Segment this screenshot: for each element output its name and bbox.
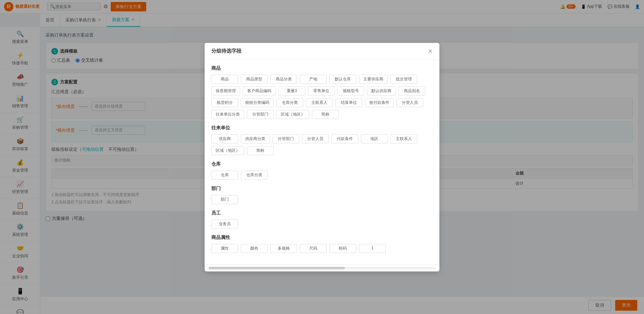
field-group-title: 商品 bbox=[211, 65, 433, 71]
field-tag[interactable]: 炼货积分 bbox=[211, 98, 238, 107]
modal-overlay[interactable]: 分组待选字段 ✕ 商品商品商品类型商品分类产地默认仓库主要供应商批次管理保质期管… bbox=[0, 0, 644, 314]
field-tag[interactable]: 颜色 bbox=[241, 244, 268, 253]
modal-header: 分组待选字段 ✕ bbox=[205, 43, 439, 60]
field-tags: 商品商品类型商品分类产地默认仓库主要供应商批次管理保质期管理客户商品编码重量3零… bbox=[211, 75, 433, 119]
field-tag[interactable]: 仓库分类 bbox=[276, 98, 303, 107]
field-tag[interactable]: 主联系人 bbox=[306, 98, 333, 107]
field-group-title: 商品属性 bbox=[211, 235, 433, 241]
field-tag[interactable]: 商品别名 bbox=[398, 86, 425, 96]
field-group-员工: 员工业务员 bbox=[211, 210, 433, 229]
field-tag[interactable]: 简称 bbox=[312, 110, 339, 119]
field-group-title: 员工 bbox=[211, 210, 433, 216]
field-tag[interactable]: 区域（地区） bbox=[211, 146, 244, 155]
field-tags: 属性颜色多规格尺码鞋码1 bbox=[211, 244, 433, 253]
field-tag[interactable]: 付款条件 bbox=[331, 134, 358, 143]
field-group-商品属性: 商品属性属性颜色多规格尺码鞋码1 bbox=[211, 235, 433, 253]
modal-scroll-bar-area bbox=[205, 264, 439, 271]
field-tag[interactable]: 产地 bbox=[300, 75, 327, 84]
field-tag[interactable]: 分管部门 bbox=[272, 134, 299, 143]
field-tag[interactable]: 主联系人 bbox=[390, 134, 417, 143]
modal-body: 商品商品商品类型商品分类产地默认仓库主要供应商批次管理保质期管理客户商品编码重量… bbox=[205, 60, 439, 264]
modal-close-button[interactable]: ✕ bbox=[428, 48, 433, 55]
field-group-title: 部门 bbox=[211, 186, 433, 192]
field-tag[interactable]: 批次管理 bbox=[390, 75, 417, 84]
field-tag[interactable]: 保质期管理 bbox=[211, 86, 240, 96]
field-tag[interactable]: 规格型号 bbox=[337, 86, 364, 96]
field-group-往来单位: 往来单位供应商供应商分类分管部门分管人员付款条件地区主联系人区域（地区）简称 bbox=[211, 125, 433, 155]
field-tag[interactable]: 零售单位 bbox=[308, 86, 335, 96]
field-tag[interactable]: 仓库分类 bbox=[241, 171, 268, 180]
field-tag[interactable]: 尺码 bbox=[300, 244, 327, 253]
field-tag[interactable]: 税收分类编码 bbox=[241, 98, 274, 107]
field-tag[interactable]: 鞋码 bbox=[329, 244, 356, 253]
field-tag[interactable]: 客户商品编码 bbox=[243, 86, 276, 96]
field-tag[interactable]: 部门 bbox=[211, 195, 238, 204]
field-tags: 供应商供应商分类分管部门分管人员付款条件地区主联系人区域（地区）简称 bbox=[211, 134, 433, 155]
field-tag[interactable]: 分管人员 bbox=[302, 134, 329, 143]
field-tag[interactable]: 重量3 bbox=[278, 86, 305, 96]
field-tag[interactable]: 分管人员 bbox=[396, 98, 423, 107]
field-tags: 部门 bbox=[211, 195, 433, 204]
field-tag[interactable]: 区域（地区） bbox=[276, 110, 309, 119]
field-tag[interactable]: 多规格 bbox=[270, 244, 297, 253]
field-tag[interactable]: 往来单位分类 bbox=[211, 110, 244, 119]
field-tag[interactable]: 简称 bbox=[247, 146, 274, 155]
field-tag[interactable]: 默认供应商 bbox=[367, 86, 396, 96]
field-group-title: 仓库 bbox=[211, 161, 433, 167]
field-tag[interactable]: 供应商 bbox=[211, 134, 238, 143]
field-tag[interactable]: 分管部门 bbox=[247, 110, 274, 119]
field-tag[interactable]: 供应商分类 bbox=[241, 134, 270, 143]
field-tag[interactable]: 收付款条件 bbox=[365, 98, 394, 107]
field-tag[interactable]: 业务员 bbox=[211, 219, 238, 229]
modal-dialog: 分组待选字段 ✕ 商品商品商品类型商品分类产地默认仓库主要供应商批次管理保质期管… bbox=[205, 43, 439, 271]
field-tag[interactable]: 地区 bbox=[361, 134, 388, 143]
field-tag[interactable]: 属性 bbox=[211, 244, 238, 253]
field-tag[interactable]: 主要供应商 bbox=[359, 75, 388, 84]
field-tag[interactable]: 1 bbox=[359, 244, 386, 253]
field-tags: 业务员 bbox=[211, 219, 433, 229]
field-group-title: 往来单位 bbox=[211, 125, 433, 131]
field-group-部门: 部门部门 bbox=[211, 186, 433, 204]
field-tag[interactable]: 结算单位 bbox=[335, 98, 362, 107]
modal-title: 分组待选字段 bbox=[211, 48, 241, 54]
field-tags: 仓库仓库分类 bbox=[211, 171, 433, 180]
field-group-商品: 商品商品商品类型商品分类产地默认仓库主要供应商批次管理保质期管理客户商品编码重量… bbox=[211, 65, 433, 119]
field-tag[interactable]: 商品分类 bbox=[270, 75, 297, 84]
field-tag[interactable]: 默认仓库 bbox=[329, 75, 356, 84]
field-group-仓库: 仓库仓库仓库分类 bbox=[211, 161, 433, 180]
field-tag[interactable]: 商品类型 bbox=[241, 75, 268, 84]
field-tag[interactable]: 仓库 bbox=[211, 171, 238, 180]
field-tag[interactable]: 商品 bbox=[211, 75, 238, 84]
